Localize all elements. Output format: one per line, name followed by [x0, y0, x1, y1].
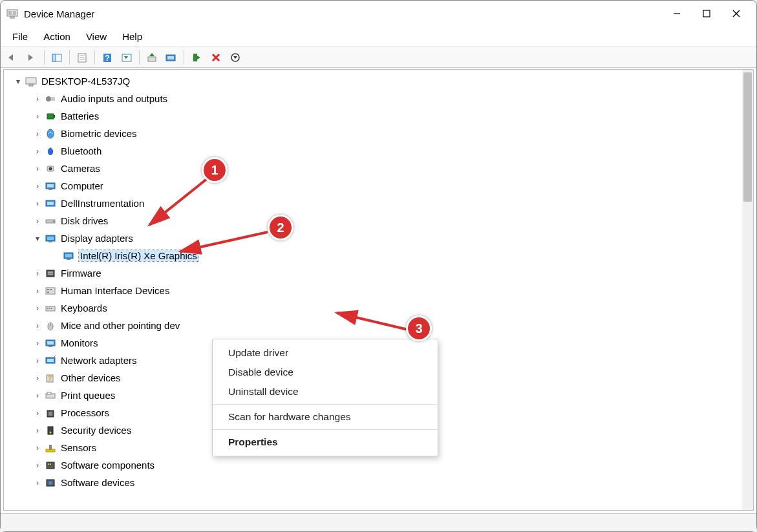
chevron-right-icon[interactable]: ›	[32, 199, 43, 208]
svg-rect-24	[193, 54, 197, 61]
ctx-disable-device[interactable]: Disable device	[213, 363, 438, 382]
forward-button[interactable]	[23, 49, 41, 66]
tree-category[interactable]: ›Bluetooth	[4, 142, 742, 160]
svg-rect-83	[50, 463, 51, 465]
svg-rect-60	[47, 308, 48, 309]
tree-category[interactable]: ›Audio inputs and outputs	[4, 90, 742, 107]
svg-rect-5	[703, 10, 710, 17]
menu-view[interactable]: View	[78, 28, 114, 45]
tree-category[interactable]: ›DellInstrumentation	[4, 195, 742, 212]
chevron-right-icon[interactable]: ›	[32, 112, 43, 121]
chevron-right-icon[interactable]: ›	[32, 321, 43, 330]
chevron-right-icon[interactable]: ›	[32, 286, 43, 295]
action-list-button[interactable]	[118, 49, 136, 66]
chevron-right-icon[interactable]: ›	[32, 164, 43, 173]
svg-point-38	[49, 167, 52, 170]
help-button[interactable]: ?	[98, 49, 116, 66]
svg-rect-51	[67, 259, 70, 260]
category-label: Software components	[61, 460, 155, 471]
tree-category[interactable]: ›Human Interface Devices	[4, 282, 742, 299]
svg-rect-31	[29, 84, 33, 86]
chevron-right-icon[interactable]: ›	[32, 182, 43, 191]
device-tree[interactable]: ▾ DESKTOP-4L537JQ ›Audio inputs and outp…	[4, 70, 742, 510]
tree-category[interactable]: ›Disk drives	[4, 212, 742, 229]
chevron-right-icon[interactable]: ›	[32, 356, 43, 365]
chevron-right-icon[interactable]: ›	[32, 443, 43, 452]
annotation-3: 3	[406, 315, 432, 341]
chevron-right-icon[interactable]: ›	[32, 94, 43, 103]
chevron-right-icon[interactable]: ›	[32, 391, 43, 400]
close-button[interactable]	[721, 1, 751, 27]
svg-rect-23	[167, 56, 174, 59]
chevron-down-icon[interactable]: ▾	[32, 234, 43, 243]
device-category-icon	[44, 93, 57, 105]
device-category-icon	[44, 460, 57, 471]
device-category-icon	[44, 268, 57, 279]
tree-category[interactable]: ›Batteries	[4, 107, 742, 125]
maximize-button[interactable]	[692, 1, 721, 27]
chevron-right-icon[interactable]: ›	[32, 147, 43, 156]
tree-category[interactable]: ›Software devices	[4, 474, 742, 491]
svg-rect-3	[10, 16, 14, 18]
chevron-right-icon[interactable]: ›	[32, 339, 43, 348]
svg-rect-30	[26, 78, 36, 84]
category-label: Network adapters	[61, 355, 137, 366]
chevron-right-icon[interactable]: ›	[32, 374, 43, 383]
svg-rect-48	[48, 241, 52, 242]
tree-category[interactable]: ›Firmware	[4, 264, 742, 282]
chevron-down-icon[interactable]: ▾	[13, 77, 23, 86]
device-category-icon	[44, 337, 57, 349]
svg-point-85	[48, 481, 52, 485]
tree-category[interactable]: ›Software components	[4, 456, 742, 474]
ctx-scan-hardware[interactable]: Scan for hardware changes	[213, 407, 438, 427]
menu-file[interactable]: File	[5, 28, 36, 45]
ctx-separator	[213, 429, 438, 430]
disable-device-button[interactable]	[226, 49, 244, 66]
svg-line-89	[180, 232, 268, 251]
device-category-icon	[44, 355, 57, 367]
svg-rect-11	[52, 54, 56, 61]
chevron-right-icon[interactable]: ›	[32, 129, 43, 138]
device-category-icon	[44, 425, 57, 436]
ctx-properties[interactable]: Properties	[213, 432, 438, 452]
svg-rect-33	[51, 97, 55, 101]
svg-rect-34	[47, 114, 54, 119]
properties-button[interactable]	[73, 49, 91, 66]
ctx-update-driver[interactable]: Update driver	[213, 343, 438, 363]
chevron-right-icon[interactable]: ›	[32, 461, 43, 470]
tree-device-item[interactable]: Intel(R) Iris(R) Xe Graphics	[4, 247, 742, 264]
uninstall-device-button[interactable]	[207, 49, 225, 66]
update-driver-button[interactable]	[143, 49, 161, 66]
show-hide-tree-button[interactable]	[48, 49, 66, 66]
device-category-icon	[44, 111, 57, 122]
chevron-right-icon[interactable]: ›	[32, 304, 43, 313]
category-label: Display adapters	[61, 233, 133, 244]
chevron-right-icon[interactable]: ›	[32, 478, 43, 487]
category-label: Bluetooth	[61, 145, 101, 156]
chevron-right-icon[interactable]: ›	[32, 269, 43, 278]
scan-hardware-button[interactable]	[162, 49, 180, 66]
minimize-button[interactable]	[662, 1, 692, 27]
scrollbar-thumb[interactable]	[743, 72, 752, 202]
tree-category[interactable]: ›Cameras	[4, 160, 742, 177]
ctx-uninstall-device[interactable]: Uninstall device	[213, 382, 438, 401]
annotation-1: 1	[202, 157, 228, 183]
chevron-right-icon[interactable]: ›	[32, 217, 43, 226]
svg-rect-53	[48, 271, 53, 273]
tree-category[interactable]: ›Computer	[4, 177, 742, 195]
ctx-separator	[213, 404, 438, 405]
chevron-right-icon[interactable]: ›	[32, 426, 43, 435]
category-label: Biometric devices	[61, 128, 137, 139]
tree-category[interactable]: ▾Display adapters	[4, 229, 742, 247]
vertical-scrollbar[interactable]	[742, 70, 753, 510]
chevron-right-icon[interactable]: ›	[32, 409, 43, 418]
menu-action[interactable]: Action	[36, 28, 78, 45]
back-button[interactable]	[3, 49, 21, 66]
menu-help[interactable]: Help	[114, 28, 150, 45]
enable-device-button[interactable]	[187, 49, 206, 66]
tree-category[interactable]: ›Biometric devices	[4, 125, 742, 142]
device-manager-window: Device Manager File Action View Help ?	[0, 0, 757, 532]
tree-root[interactable]: ▾ DESKTOP-4L537JQ	[4, 72, 742, 90]
svg-rect-81	[47, 462, 54, 469]
content-area: ▾ DESKTOP-4L537JQ ›Audio inputs and outp…	[3, 69, 754, 511]
